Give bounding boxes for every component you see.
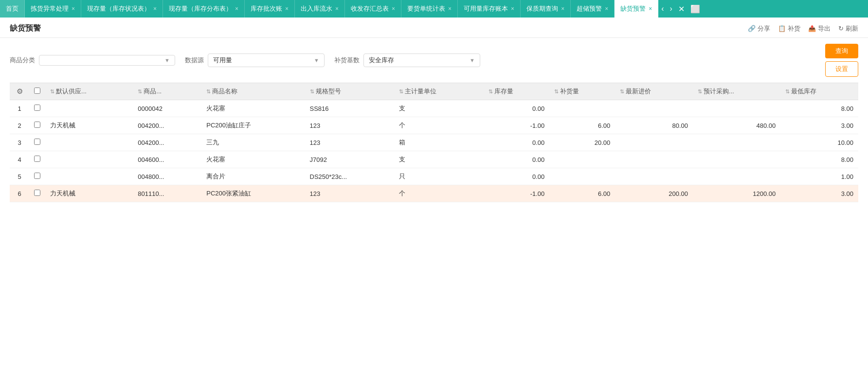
row-est-purchase-3 (693, 151, 780, 168)
tab-order-stats[interactable]: 要货单统计表× (401, 0, 458, 18)
row-checkbox-0[interactable] (34, 105, 40, 111)
tab-label-overstock-warning: 超储预警 (577, 4, 602, 13)
row-seq-3: 4 (10, 151, 29, 168)
row-stock-5: -1.00 (484, 185, 549, 202)
row-supplier-3 (45, 151, 133, 168)
tab-shortage-warning[interactable]: 缺货预警× (615, 0, 658, 18)
gear-icon[interactable]: ⚙ (17, 87, 23, 95)
tab-close-stock-exception[interactable]: × (72, 5, 75, 12)
tab-close-batch-account[interactable]: × (285, 5, 289, 12)
replenish-column-header[interactable]: 补货量 (549, 83, 615, 100)
table-row: 5 004800... 离合片 DS250*23c... 只 0.00 1.00 (10, 168, 858, 185)
row-code-2: 004200... (133, 134, 201, 151)
settings-button[interactable]: 设置 (825, 61, 858, 77)
row-unit-4: 只 (394, 168, 484, 185)
name-column-header[interactable]: 商品名称 (201, 83, 305, 100)
tab-label-inout-flow: 出入库流水 (301, 4, 332, 13)
tab-maximize-btn[interactable]: ⬜ (687, 0, 703, 18)
unit-column-header[interactable]: 主计量单位 (394, 83, 484, 100)
export-btn[interactable]: 📤 导出 (808, 24, 831, 33)
tab-expiry-query[interactable]: 保质期查询× (521, 0, 571, 18)
tab-inventory-status[interactable]: 现存量（库存状况表）× (81, 0, 163, 18)
code-column-header[interactable]: 商品... (133, 83, 201, 100)
row-est-purchase-2 (693, 134, 780, 151)
tab-available-ledger[interactable]: 可用量库存账本× (458, 0, 521, 18)
tab-close-inout-flow[interactable]: × (335, 5, 339, 12)
row-seq-0: 1 (10, 100, 29, 117)
min-stock-column-header[interactable]: 最低库存 (780, 83, 858, 100)
tab-label-inventory-status: 现存量（库存状况表） (87, 4, 150, 13)
stock-column-header[interactable]: 库存量 (484, 83, 549, 100)
row-spec-1: 123 (305, 117, 395, 134)
est-purchase-column-header[interactable]: 预计采购... (693, 83, 780, 100)
row-replenish-3 (549, 151, 615, 168)
row-name-2: 三九 (201, 134, 305, 151)
row-min-stock-0: 8.00 (780, 100, 858, 117)
tab-prev-btn[interactable]: ‹ (658, 0, 667, 18)
tab-close-inventory-status[interactable]: × (153, 5, 157, 12)
tab-inventory-dist[interactable]: 现存量（库存分布表）× (163, 0, 245, 18)
table-row: 3 004200... 三九 123 箱 0.00 20.00 10.00 (10, 134, 858, 151)
tab-label-home: 首页 (6, 4, 18, 13)
row-unit-2: 箱 (394, 134, 484, 151)
tab-bar: 首页拣货异常处理×现存量（库存状况表）×现存量（库存分布表）×库存批次账×出入库… (0, 0, 868, 18)
tab-label-collect-summary: 收发存汇总表 (351, 4, 389, 13)
row-name-3: 火花塞 (201, 151, 305, 168)
tab-stock-exception[interactable]: 拣货异常处理× (25, 0, 81, 18)
row-replenish-1: 6.00 (549, 117, 615, 134)
refresh-btn[interactable]: ↻ 刷新 (838, 24, 858, 33)
share-icon: 🔗 (748, 25, 756, 32)
row-unit-5: 个 (394, 185, 484, 202)
tab-next-btn[interactable]: › (667, 0, 675, 18)
tab-overstock-warning[interactable]: 超储预警× (571, 0, 615, 18)
page-header: 缺货预警 🔗 分享 📋 补货 📤 导出 ↻ 刷新 (0, 18, 868, 38)
tab-inout-flow[interactable]: 出入库流水× (295, 0, 345, 18)
datasource-arrow-icon: ▼ (314, 57, 319, 63)
row-unit-1: 个 (394, 117, 484, 134)
row-checkbox-5[interactable] (34, 190, 40, 196)
category-label: 商品分类 (10, 56, 35, 65)
category-filter: 商品分类 ▼ (10, 55, 175, 66)
row-min-stock-4: 1.00 (780, 168, 858, 185)
share-btn[interactable]: 🔗 分享 (748, 24, 770, 33)
replenish-base-label: 补货基数 (334, 56, 360, 65)
spec-column-header[interactable]: 规格型号 (305, 83, 395, 100)
category-select[interactable]: ▼ (39, 55, 175, 66)
tab-close-order-stats[interactable]: × (448, 5, 452, 12)
tab-close-inventory-dist[interactable]: × (235, 5, 238, 12)
tab-collect-summary[interactable]: 收发存汇总表× (345, 0, 401, 18)
row-checkbox-3[interactable] (34, 156, 40, 162)
row-latest-price-2 (615, 134, 693, 151)
table-row: 2 力天机械 004200... PC200油缸庄子 123 个 -1.00 6… (10, 117, 858, 134)
category-arrow-icon: ▼ (164, 57, 170, 63)
row-supplier-0 (45, 100, 133, 117)
row-checkbox-1[interactable] (34, 122, 40, 128)
row-est-purchase-0 (693, 100, 780, 117)
replenish-base-select[interactable]: 安全库存 ▼ (363, 53, 480, 67)
row-est-purchase-4 (693, 168, 780, 185)
tab-close-overstock-warning[interactable]: × (605, 5, 608, 12)
replenish-btn[interactable]: 📋 补货 (778, 24, 800, 33)
tab-close-expiry-query[interactable]: × (561, 5, 564, 12)
row-stock-3: 0.00 (484, 151, 549, 168)
table-header: ⚙ 默认供应... 商品... 商品名称 规格型号 主计量单位 库存量 补货量 … (10, 83, 858, 100)
header-actions: 🔗 分享 📋 补货 📤 导出 ↻ 刷新 (748, 24, 858, 33)
row-supplier-1: 力天机械 (45, 117, 133, 134)
latest-price-column-header[interactable]: 最新进价 (615, 83, 693, 100)
tab-label-shortage-warning: 缺货预警 (620, 4, 646, 13)
tab-close-shortage-warning[interactable]: × (649, 5, 652, 12)
tab-close-available-ledger[interactable]: × (511, 5, 514, 12)
row-checkbox-4[interactable] (34, 173, 40, 179)
query-button[interactable]: 查询 (825, 44, 858, 58)
select-all-checkbox[interactable] (34, 88, 40, 94)
tab-batch-account[interactable]: 库存批次账× (245, 0, 295, 18)
tab-close-collect-summary[interactable]: × (392, 5, 395, 12)
datasource-select[interactable]: 可用量 ▼ (208, 53, 325, 67)
tab-home[interactable]: 首页 (0, 0, 25, 18)
row-cb-0 (29, 100, 45, 117)
replenish-base-filter: 补货基数 安全库存 ▼ (334, 53, 480, 67)
supplier-column-header[interactable]: 默认供应... (45, 83, 133, 100)
row-stock-1: -1.00 (484, 117, 549, 134)
tab-close-window-btn[interactable]: ✕ (675, 0, 687, 18)
row-checkbox-2[interactable] (34, 139, 40, 145)
